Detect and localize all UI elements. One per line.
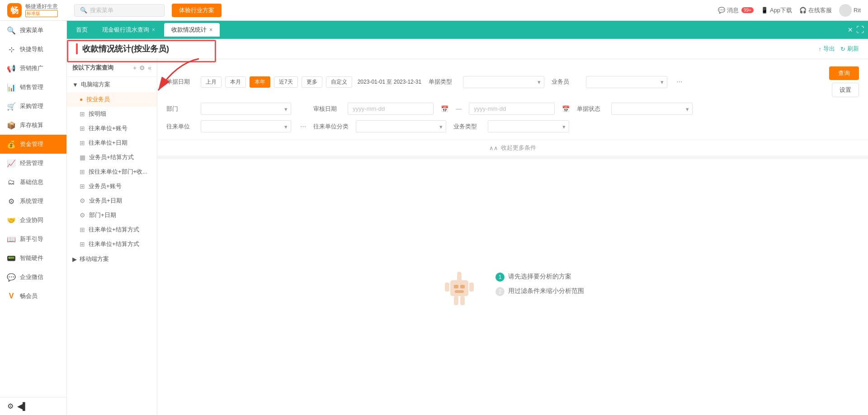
sidebar-item-wechat[interactable]: 💬 企业微信 <box>0 268 66 287</box>
sidebar-item-system[interactable]: ⚙ 系统管理 <box>0 192 66 211</box>
voucher-type-select[interactable] <box>463 76 544 88</box>
scheme-group-desktop-title[interactable]: ▼ 电脑端方案 <box>67 77 157 92</box>
salesman-select[interactable] <box>586 76 667 88</box>
voucher-type-select-wrap <box>463 76 544 88</box>
refresh-button[interactable]: ↻ 刷新 <box>840 45 859 53</box>
sales-icon: 📊 <box>7 83 15 91</box>
collapse-icon[interactable]: ◀▌ <box>17 402 28 410</box>
dept-select[interactable] <box>201 103 291 115</box>
tab-bank-flow-close[interactable]: × <box>152 27 155 33</box>
scheme-item-10[interactable]: ⊞ 往来单位+结算方式 <box>67 237 157 251</box>
empty-state: 1 请先选择要分析的方案 2 用过滤条件来缩小分析范围 <box>157 159 868 415</box>
tab-close-all-icon[interactable]: × <box>848 25 853 35</box>
sidebar-item-basic[interactable]: 🗂 基础信息 <box>0 173 66 192</box>
filter-actions: 查询 设置 <box>829 66 859 97</box>
tab-expand-icon[interactable]: ⛶ <box>856 25 864 35</box>
tab-receipt-stats[interactable]: 收款情况统计 × <box>164 23 220 37</box>
counterpart-category-select[interactable] <box>356 120 446 132</box>
calendar-start-icon: 📅 <box>441 105 448 113</box>
counterpart-select[interactable] <box>201 120 291 132</box>
date-btn-7days[interactable]: 近7天 <box>274 76 298 88</box>
export-icon: ↑ <box>819 46 822 52</box>
online-service-label: 在线客服 <box>808 6 832 14</box>
avatar <box>839 4 852 17</box>
app-download-button[interactable]: 📱 App下载 <box>761 6 792 14</box>
scheme-collapse-button[interactable]: « <box>148 64 151 71</box>
sidebar-item-marketing[interactable]: 📢 营销推广 <box>0 59 66 78</box>
scheme-settings-button[interactable]: ⚙ <box>139 64 145 71</box>
sidebar-item-vip[interactable]: V 畅会员 <box>0 287 66 306</box>
online-service-button[interactable]: 🎧 在线客服 <box>799 6 832 14</box>
sidebar-label-hardware: 智能硬件 <box>20 254 43 262</box>
settings-button[interactable]: 设置 <box>832 83 859 97</box>
message-button[interactable]: 💬 消息 99+ <box>718 6 754 14</box>
sidebar-item-sales[interactable]: 📊 销售管理 <box>0 78 66 97</box>
scheme-item-3[interactable]: ⊞ 往来单位+日期 <box>67 136 157 150</box>
sidebar-label-basic: 基础信息 <box>20 178 43 186</box>
date-buttons: 上月 本月 本年 近7天 更多 自定义 2023-01-01 至 2023-12… <box>201 76 421 88</box>
main-content: 按以下方案查询 + ⚙ « ▼ 电脑端方案 <box>67 59 868 415</box>
scheme-item-icon-0: ● <box>80 96 83 103</box>
hardware-icon: 📟 <box>7 254 15 262</box>
collapse-label: 收起更多条件 <box>501 144 536 152</box>
filter-row-2: 部门 ··· 审核日期 📅 — 📅 单据状态 <box>166 103 859 115</box>
sidebar-item-operation[interactable]: 📈 经营管理 <box>0 154 66 173</box>
scheme-item-2[interactable]: ⊞ 往来单位+账号 <box>67 121 157 136</box>
sidebar-item-finance[interactable]: 💰 资金管理 <box>0 135 66 154</box>
filter-row-1: 单据日期 上月 本月 本年 近7天 更多 自定义 2023-01-01 至 20… <box>166 66 859 97</box>
tab-bar: 首页 现金银行流水查询 × 收款情况统计 × × ⛶ <box>67 21 868 39</box>
sidebar-item-quicknav[interactable]: ⊹ 快捷导航 <box>0 40 66 59</box>
scheme-item-5[interactable]: ⊞ 按往来单位+部门+收... <box>67 165 157 179</box>
scheme-item-icon-3: ⊞ <box>80 139 85 146</box>
scheme-item-9[interactable]: ⊞ 往来单位+结算方式 <box>67 222 157 237</box>
scheme-item-6[interactable]: ⊞ 业务员+账号 <box>67 179 157 193</box>
sidebar-item-guide[interactable]: 📖 新手引导 <box>0 230 66 249</box>
sidebar-item-hardware[interactable]: 📟 智能硬件 <box>0 249 66 268</box>
tab-bank-flow[interactable]: 现金银行流水查询 × <box>95 23 162 37</box>
counterpart-more-dots[interactable]: ··· <box>300 123 306 131</box>
main-layout: 🔍 搜索菜单 ⊹ 快捷导航 📢 营销推广 📊 销售管理 🛒 采购管理 📦 库存核… <box>0 21 868 415</box>
settings-icon[interactable]: ⚙ <box>7 402 14 410</box>
collapse-bar[interactable]: ∧∧ 收起更多条件 <box>157 140 868 156</box>
scheme-add-button[interactable]: + <box>133 64 137 71</box>
sidebar-item-cooperation[interactable]: 🤝 企业协同 <box>0 211 66 230</box>
empty-steps: 1 请先选择要分析的方案 2 用过滤条件来缩小分析范围 <box>495 273 584 302</box>
tab-receipt-stats-close[interactable]: × <box>209 27 212 33</box>
filter-row-3: 往来单位 ··· 往来单位分类 业务类型 <box>166 120 859 132</box>
date-btn-more[interactable]: 更多 <box>302 76 322 88</box>
date-btn-this-year[interactable]: 本年 <box>250 76 270 88</box>
sidebar-label-guide: 新手引导 <box>20 235 43 243</box>
sidebar-item-search[interactable]: 🔍 搜索菜单 <box>0 21 66 40</box>
salesman-more-dots[interactable]: ··· <box>676 78 682 86</box>
search-box[interactable]: 🔍 搜索菜单 <box>74 4 165 17</box>
date-btn-this-month[interactable]: 本月 <box>225 76 246 88</box>
svg-rect-8 <box>454 296 458 305</box>
tab-home[interactable]: 首页 <box>71 23 93 37</box>
review-date-end[interactable] <box>469 103 555 115</box>
coop-icon: 🤝 <box>7 216 15 224</box>
user-area[interactable]: Rit <box>839 4 861 17</box>
date-btn-last-month[interactable]: 上月 <box>201 76 222 88</box>
sidebar-label-finance: 资金管理 <box>20 140 43 148</box>
export-button[interactable]: ↑ 导出 <box>819 45 835 53</box>
scheme-item-1[interactable]: ⊞ 按明细 <box>67 107 157 121</box>
scheme-item-7[interactable]: ⚙ 业务员+日期 <box>67 193 157 208</box>
salesman-label: 业务员 <box>552 78 579 86</box>
wechat-icon: 💬 <box>7 273 15 281</box>
sidebar-item-purchase[interactable]: 🛒 采购管理 <box>0 97 66 116</box>
svg-rect-1 <box>454 285 458 288</box>
svg-rect-7 <box>469 283 474 292</box>
trial-industry-button[interactable]: 体验行业方案 <box>172 4 222 17</box>
scheme-item-8[interactable]: ⚙ 部门+日期 <box>67 208 157 222</box>
sidebar-item-inventory[interactable]: 📦 库存核算 <box>0 116 66 135</box>
query-button[interactable]: 查询 <box>829 66 859 80</box>
review-date-start[interactable] <box>348 103 434 115</box>
voucher-status-select[interactable] <box>611 103 693 115</box>
scheme-item-4[interactable]: ▦ 业务员+结算方式 <box>67 150 157 165</box>
refresh-label: 刷新 <box>847 45 859 53</box>
scheme-item-0[interactable]: ● 按业务员 <box>67 92 157 107</box>
date-btn-custom[interactable]: 自定义 <box>326 76 352 88</box>
biz-type-select[interactable] <box>488 120 569 132</box>
scheme-group-mobile-title[interactable]: ▶ 移动端方案 <box>67 251 157 267</box>
voucher-status-label: 单据状态 <box>577 105 604 113</box>
